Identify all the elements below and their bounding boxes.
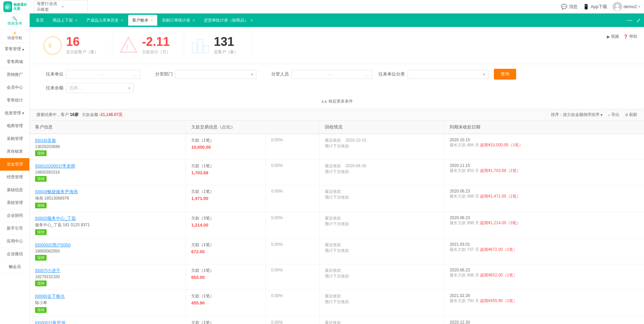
filter-row-2: 往来余额 选择... ▾ [36, 83, 637, 93]
sidebar-item-purchase[interactable]: 采购管理 [0, 132, 29, 145]
sidebar-item-marketing[interactable]: 营销推广 [0, 68, 29, 81]
debt-amount[interactable]: 10,000.00 [191, 145, 260, 150]
tab-actions: — ⤢ [625, 17, 642, 24]
overdue-amount[interactable]: 超期¥455.90（1笔） [480, 298, 517, 303]
sidebar-quick-nav[interactable]: ⚡ 快捷导航 [0, 29, 29, 43]
industry-selector[interactable]: 母婴行业演示账套 ▾ [34, 0, 88, 13]
debt-amount[interactable]: 455.90 [191, 300, 260, 305]
customer-name[interactable]: [0002]服务中心_丁磊 [35, 215, 180, 222]
video-link[interactable]: ▶ 视频 [607, 34, 619, 39]
tab-close-products-history[interactable]: ✕ [121, 19, 123, 22]
sidebar-item-member[interactable]: 会员中心 [0, 81, 29, 94]
sidebar-item-basic-info[interactable]: 基础信息 [0, 184, 29, 197]
customer-count: 16家 [70, 112, 78, 117]
debt-amount[interactable]: 672.00 [191, 249, 260, 254]
tab-customer-account[interactable]: 客户账本 ✕ [128, 15, 157, 26]
export-icon: ○ [608, 113, 610, 117]
dept-input[interactable]: ▾ [175, 70, 256, 79]
overdue-amount[interactable]: 超期¥10,000.00（1笔） [480, 143, 523, 147]
sidebar-item-apps[interactable]: 应用中心 [0, 235, 29, 248]
from-unit-label: 往来单位 [36, 71, 63, 77]
message-btn[interactable]: 💬 消息 [561, 4, 578, 10]
help-icon: ❓ [623, 34, 628, 39]
customer-name[interactable]: [0001020001]李老师 [35, 163, 180, 169]
unit-category-input[interactable]: ▾ [408, 70, 488, 79]
balance-input[interactable]: 选择... ▾ [66, 83, 134, 93]
recovery-cell: 最近收款 预计下次收款 [319, 264, 444, 290]
tab-purchase-order[interactable]: 采购订单统计表 ✕ [158, 15, 199, 26]
customer-name[interactable]: [000001]黄思源 [35, 320, 180, 324]
sidebar-item-newbie[interactable]: 新手引导 [0, 222, 29, 235]
sidebar-item-retail-store[interactable]: 零售商城 [0, 56, 29, 68]
customer-name[interactable]: [0007]小进千 [35, 268, 180, 274]
sidebar-item-retail-mgmt[interactable]: 零售管理 ▲ [0, 43, 29, 56]
tab-close-products-shelf[interactable]: ✕ [75, 19, 78, 22]
search-button[interactable]: 查询 [494, 69, 516, 80]
tab-close-stock-stats[interactable]: ✕ [250, 19, 253, 22]
debt-amount[interactable]: 1,214.00 [191, 223, 260, 228]
overdue-amount[interactable]: 超期¥1,471.00（1笔） [480, 194, 521, 199]
recovery-next-label: 预计下次收款 [325, 221, 439, 227]
overdue-amount[interactable]: 超期¥1,703.68（1笔） [480, 168, 521, 173]
sidebar-search[interactable]: 🔍 搜索菜单 [0, 13, 29, 29]
from-unit-input[interactable]: ··· [66, 70, 140, 79]
sidebar-item-operations[interactable]: 经营管理 [0, 171, 29, 184]
recovery-cell: 最近收款 预计下次收款 [319, 317, 444, 324]
debt-amount[interactable]: 1,703.68 [191, 170, 260, 175]
table-row: [000001]黄思源 13552700226 现销 欠款（1笔） 429.00… [30, 317, 644, 324]
results-actions: 排序：按欠款金额倒序排序 ▾ ○ 导出 ↺ 刷新 [551, 112, 637, 118]
table-row: [0006]去下粮仓 陈小希 现销 欠款（1笔） 455.90 0.00% 最近… [30, 290, 644, 317]
sidebar-item-system[interactable]: 系统管理 [0, 197, 29, 209]
sidebar-item-batch-mgmt[interactable]: 批发管理 ▼ [0, 107, 29, 120]
tab-expand-btn[interactable]: ⤢ [635, 17, 642, 24]
download-icon: 📱 [583, 4, 589, 10]
tab-products-shelf[interactable]: 商品上下架 ✕ [49, 15, 82, 26]
sidebar-item-wechat[interactable]: 企业微信 [0, 248, 29, 261]
filter-manager: 分管人员 ··· [262, 70, 372, 79]
sidebar-item-retail-stats[interactable]: 零售统计 [0, 94, 29, 107]
debt-percent-cell: 0.00% [265, 160, 319, 185]
video-icon: ▶ [607, 34, 610, 39]
sidebar-item-inventory[interactable]: 库存核算 [0, 145, 29, 158]
collapse-btn[interactable]: ∧∧ 收起更多条件 [321, 98, 353, 104]
overdue-amount[interactable]: 超期¥1,214.00（3笔） [480, 220, 521, 225]
sidebar-item-vip[interactable]: 畅会员 [0, 261, 29, 273]
customer-name[interactable]: [0003]畅捷服务尹海燕 [35, 189, 180, 195]
tab-stock-stats[interactable]: 进货单统计表（按商品） ✕ [200, 15, 257, 26]
top-bar: 好 畅捷通好生意 母婴行业演示账套 ▾ 💬 消息 📱 App下载 demo2 [0, 0, 644, 13]
overdue-amount[interactable]: 超期¥672.00（1笔） [480, 247, 517, 252]
sidebar-item-ecommerce[interactable]: 电商管理 [0, 120, 29, 132]
tab-minimize-btn[interactable]: — [625, 17, 634, 24]
svg-rect-9 [192, 43, 197, 53]
customer-tag: 现销 [35, 307, 47, 313]
due-date-cell: 2020.11.15 最长欠款 853 天 超期¥1,703.68（1笔） [444, 160, 644, 185]
recovery-last-label: 最近收款 [325, 320, 439, 324]
recovery-next-label: 预计下次收款 [325, 195, 439, 200]
help-link[interactable]: ❓ 帮助 [623, 34, 637, 39]
tab-home[interactable]: 首页 [32, 15, 48, 26]
overdue-amount[interactable]: 超期¥652.00（1笔） [480, 273, 517, 277]
download-btn[interactable]: 📱 App下载 [583, 4, 607, 10]
customer-info-cell: [000002]用户2050 18665062050 现销 [30, 239, 186, 264]
debt-amount[interactable]: 1,471.00 [191, 196, 260, 201]
customer-tag: 现销 [35, 281, 47, 286]
debt-amount[interactable]: 652.00 [191, 275, 260, 280]
refresh-btn[interactable]: ↺ 刷新 [625, 112, 637, 118]
manager-input[interactable]: ··· [291, 70, 372, 79]
dept-label: 分管部门 [146, 71, 173, 77]
customer-name[interactable]: [0016]吴俊 [35, 138, 180, 144]
tab-products-history[interactable]: 产成品入库单历史 ✕ [82, 15, 128, 26]
sidebar-item-enterprise[interactable]: 企业协同 [0, 209, 29, 222]
overdue-date: 2020.06.23 [450, 189, 639, 194]
tab-close-purchase-order[interactable]: ✕ [192, 19, 195, 22]
customer-tag: 现销 [35, 150, 47, 156]
export-btn[interactable]: ○ 导出 [608, 112, 619, 118]
balance-label: 往来余额 [36, 85, 63, 91]
customer-tag: 现销 [35, 229, 47, 235]
sidebar-item-finance[interactable]: 资金管理 [0, 158, 29, 171]
tab-close-customer-account[interactable]: ✕ [150, 19, 153, 22]
customer-name[interactable]: [0006]去下粮仓 [35, 293, 180, 299]
customer-phone: 18279152100 [35, 274, 180, 279]
user-menu[interactable]: demo2 ▾ [613, 2, 641, 11]
customer-name[interactable]: [000002]用户2050 [35, 242, 180, 248]
